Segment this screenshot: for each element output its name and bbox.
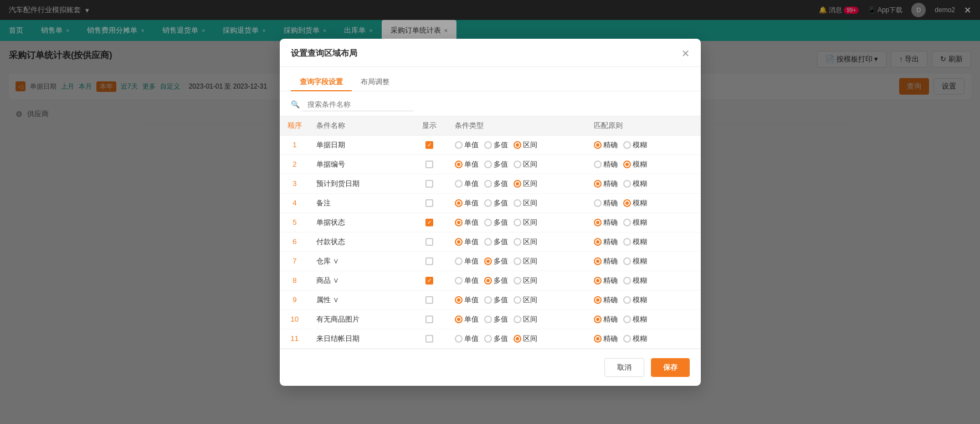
radio-type-multi[interactable]: 多值 — [484, 140, 508, 150]
cell-display[interactable] — [411, 174, 448, 193]
radio-type-range[interactable]: 区间 — [514, 237, 537, 247]
radio-type-single[interactable]: 单值 — [455, 237, 479, 247]
radio-type-single[interactable]: 单值 — [455, 256, 479, 266]
radio-type-single[interactable]: 单值 — [455, 198, 479, 208]
radio-match-exact[interactable]: 精确 — [594, 256, 618, 266]
radio-type-range[interactable]: 区间 — [514, 256, 537, 266]
cell-display[interactable] — [411, 154, 448, 174]
radio-circle-match-exact — [594, 316, 602, 323]
radio-type-range[interactable]: 区间 — [514, 218, 537, 227]
radio-match-exact[interactable]: 精确 — [594, 179, 618, 189]
radio-type-multi[interactable]: 多值 — [484, 295, 508, 305]
radio-type-single[interactable]: 单值 — [455, 334, 479, 344]
display-checkbox[interactable] — [425, 257, 433, 265]
cell-display[interactable] — [411, 329, 448, 348]
cell-display[interactable]: ✓ — [411, 213, 448, 232]
radio-match-fuzzy[interactable]: 模糊 — [623, 334, 647, 344]
radio-match-fuzzy[interactable]: 模糊 — [623, 295, 647, 305]
radio-match-exact[interactable]: 精确 — [594, 218, 618, 227]
cell-display[interactable] — [411, 251, 448, 271]
cancel-button[interactable]: 取消 — [604, 358, 644, 377]
radio-type-range[interactable]: 区间 — [514, 276, 537, 286]
radio-circle-match-fuzzy — [623, 161, 631, 168]
radio-match-fuzzy[interactable]: 模糊 — [623, 218, 647, 227]
radio-type-multi[interactable]: 多值 — [484, 198, 508, 208]
radio-type-range[interactable]: 区间 — [514, 179, 537, 189]
radio-match-exact[interactable]: 精确 — [594, 159, 618, 169]
cell-match-rule: 精确模糊 — [587, 193, 701, 213]
dialog-search-area: 🔍 — [280, 91, 701, 116]
radio-type-range[interactable]: 区间 — [514, 314, 537, 324]
display-checkbox[interactable]: ✓ — [425, 277, 433, 285]
radio-match-fuzzy[interactable]: 模糊 — [623, 198, 647, 208]
radio-label-type-single: 单值 — [464, 218, 479, 227]
cell-match-rule: 精确模糊 — [587, 135, 701, 154]
radio-match-fuzzy[interactable]: 模糊 — [623, 314, 647, 324]
radio-match-fuzzy[interactable]: 模糊 — [623, 256, 647, 266]
display-checkbox[interactable] — [425, 335, 433, 343]
cell-display[interactable]: ✓ — [411, 271, 448, 290]
radio-label-match-fuzzy: 模糊 — [633, 295, 647, 305]
radio-match-fuzzy[interactable]: 模糊 — [623, 159, 647, 169]
radio-type-multi[interactable]: 多值 — [484, 314, 508, 324]
radio-match-exact[interactable]: 精确 — [594, 198, 618, 208]
radio-match-fuzzy[interactable]: 模糊 — [623, 140, 647, 150]
radio-type-range[interactable]: 区间 — [514, 295, 537, 305]
display-checkbox[interactable] — [425, 238, 433, 246]
radio-label-type-range: 区间 — [523, 295, 537, 305]
radio-type-multi[interactable]: 多值 — [484, 159, 508, 169]
display-checkbox[interactable] — [425, 180, 433, 188]
radio-type-multi[interactable]: 多值 — [484, 256, 508, 266]
radio-type-single[interactable]: 单值 — [455, 218, 479, 227]
display-checkbox[interactable]: ✓ — [425, 141, 433, 149]
radio-match-fuzzy[interactable]: 模糊 — [623, 179, 647, 189]
radio-match-fuzzy[interactable]: 模糊 — [623, 276, 647, 286]
radio-type-range[interactable]: 区间 — [514, 140, 537, 150]
save-button[interactable]: 保存 — [651, 358, 690, 377]
radio-type-multi[interactable]: 多值 — [484, 218, 508, 227]
display-checkbox[interactable] — [425, 316, 433, 323]
display-checkbox[interactable]: ✓ — [425, 219, 433, 226]
cell-display[interactable] — [411, 290, 448, 309]
radio-type-multi[interactable]: 多值 — [484, 334, 508, 344]
search-input[interactable] — [303, 98, 414, 111]
cell-order: 4 — [280, 193, 310, 213]
radio-circle-match-fuzzy — [623, 257, 631, 265]
dialog-close-button[interactable]: ✕ — [681, 48, 690, 60]
radio-label-type-multi: 多值 — [494, 140, 508, 150]
radio-circle-type-multi — [484, 141, 492, 149]
cell-display[interactable] — [411, 232, 448, 251]
radio-type-range[interactable]: 区间 — [514, 159, 537, 169]
radio-match-fuzzy[interactable]: 模糊 — [623, 237, 647, 247]
cell-display[interactable] — [411, 309, 448, 329]
radio-type-range[interactable]: 区间 — [514, 198, 537, 208]
radio-type-single[interactable]: 单值 — [455, 314, 479, 324]
radio-type-single[interactable]: 单值 — [455, 276, 479, 286]
radio-match-exact[interactable]: 精确 — [594, 295, 618, 305]
display-checkbox[interactable] — [425, 199, 433, 207]
radio-type-single[interactable]: 单值 — [455, 140, 479, 150]
cell-condition-type: 单值多值区间 — [448, 251, 587, 271]
radio-label-type-range: 区间 — [523, 237, 537, 247]
radio-circle-type-multi — [484, 257, 492, 265]
radio-type-single[interactable]: 单值 — [455, 295, 479, 305]
dialog-tab-layout[interactable]: 布局调整 — [352, 74, 398, 91]
radio-type-single[interactable]: 单值 — [455, 179, 479, 189]
radio-match-exact[interactable]: 精确 — [594, 140, 618, 150]
radio-type-single[interactable]: 单值 — [455, 159, 479, 169]
display-checkbox[interactable] — [425, 161, 433, 168]
radio-match-exact[interactable]: 精确 — [594, 334, 618, 344]
cell-display[interactable] — [411, 193, 448, 213]
display-checkbox[interactable] — [425, 296, 433, 304]
radio-type-multi[interactable]: 多值 — [484, 276, 508, 286]
radio-type-multi[interactable]: 多值 — [484, 179, 508, 189]
dialog-tab-fields[interactable]: 查询字段设置 — [291, 74, 352, 91]
th-order: 顺序 — [280, 116, 310, 136]
radio-match-exact[interactable]: 精确 — [594, 314, 618, 324]
radio-type-range[interactable]: 区间 — [514, 334, 537, 344]
radio-type-multi[interactable]: 多值 — [484, 237, 508, 247]
search-icon: 🔍 — [291, 100, 300, 108]
radio-match-exact[interactable]: 精确 — [594, 237, 618, 247]
radio-match-exact[interactable]: 精确 — [594, 276, 618, 286]
cell-display[interactable]: ✓ — [411, 135, 448, 154]
